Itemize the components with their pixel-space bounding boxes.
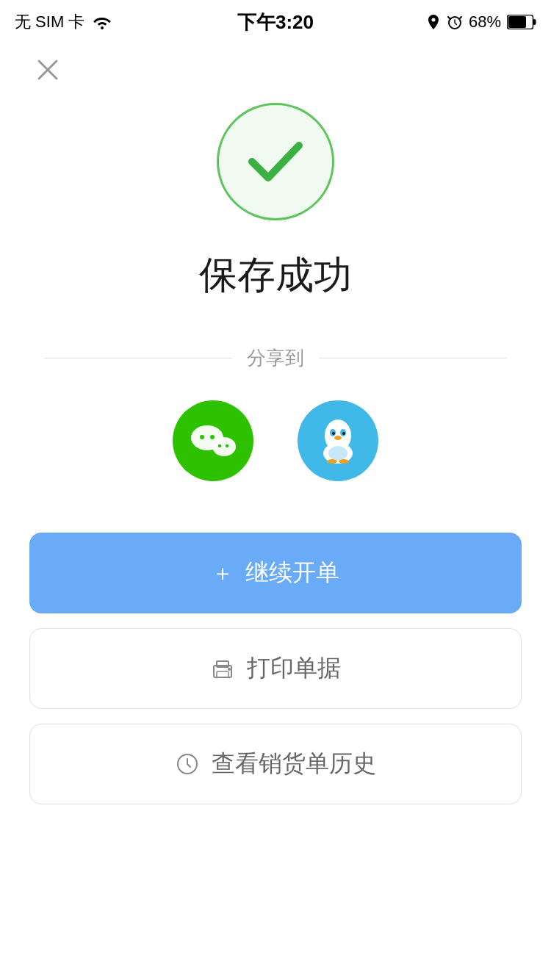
clock-icon [175,752,200,777]
divider-right [319,358,507,359]
printer-icon [210,656,235,681]
svg-point-19 [328,446,347,461]
success-circle [217,103,334,220]
share-divider: 分享到 [0,345,551,371]
location-icon [426,14,441,30]
success-title: 保存成功 [199,250,352,301]
buttons-area: ＋ 继续开单 打印单据 查看销货单历史 [0,533,551,804]
svg-point-7 [212,437,236,456]
print-receipt-label: 打印单据 [247,652,341,685]
plus-icon: ＋ [212,558,234,588]
svg-rect-24 [217,671,228,677]
wifi-icon [92,15,112,29]
share-label: 分享到 [232,345,319,371]
close-button[interactable] [29,51,66,88]
close-icon [35,57,61,83]
print-receipt-button[interactable]: 打印单据 [29,628,522,709]
svg-point-8 [200,435,204,439]
alarm-icon [447,14,463,30]
svg-point-21 [339,459,349,464]
battery-percent: 68% [469,12,501,32]
svg-point-11 [226,444,228,447]
checkmark-icon [246,140,305,184]
svg-point-16 [332,432,335,435]
status-left: 无 SIM 卡 [15,11,112,33]
svg-rect-3 [508,16,526,28]
main-content: 保存成功 分享到 [0,44,551,804]
status-right: 68% [426,12,536,32]
divider-left [44,358,232,359]
battery-icon [507,15,536,29]
qq-logo-icon [314,415,362,466]
view-history-label: 查看销货单历史 [212,748,376,780]
status-bar: 无 SIM 卡 下午3:20 68% [0,0,551,44]
continue-order-label: 继续开单 [245,557,339,589]
svg-point-10 [218,444,221,447]
wechat-logo-icon [187,419,239,463]
qq-share-button[interactable] [298,400,378,481]
status-time: 下午3:20 [237,10,314,35]
continue-order-button[interactable]: ＋ 继续开单 [29,533,522,613]
svg-rect-2 [533,19,536,25]
view-history-button[interactable]: 查看销货单历史 [29,724,522,804]
wechat-share-button[interactable] [173,400,253,481]
svg-point-17 [342,432,345,435]
svg-point-25 [228,668,231,671]
svg-point-20 [327,459,337,464]
svg-point-9 [210,435,215,439]
svg-point-18 [334,436,342,440]
no-sim-text: 无 SIM 卡 [15,11,84,33]
share-icons [173,400,378,481]
